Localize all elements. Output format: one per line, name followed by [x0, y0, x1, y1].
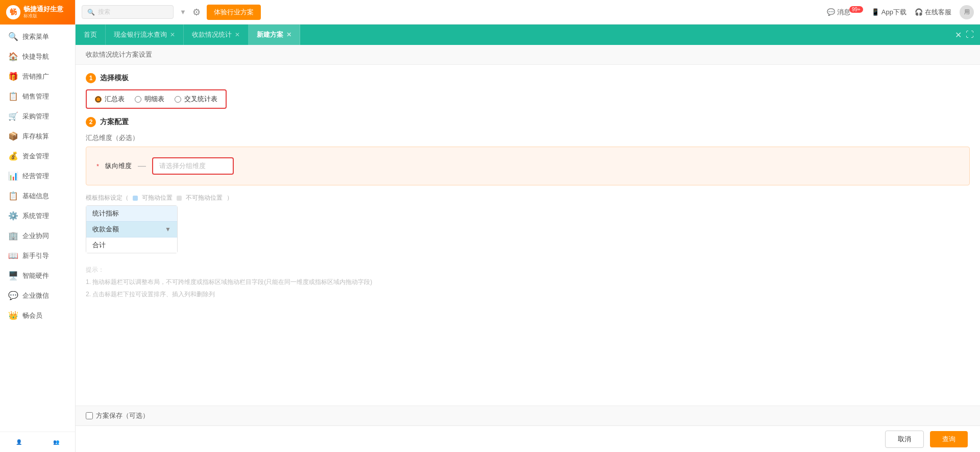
radio-detail-label[interactable]: 明细表 [144, 94, 164, 104]
app-download-item[interactable]: 📱 App下载 [871, 8, 906, 17]
footer-bar: 取消 查询 [76, 425, 980, 452]
page-title: 收款情况统计方案设置 [86, 51, 152, 58]
section-body: 1 选择模板 汇总表 明细表 [76, 65, 980, 406]
sidebar-item-guide[interactable]: 📖 新手引导 [0, 246, 75, 266]
dimension-row: * 纵向维度 — 请选择分组维度 [96, 157, 959, 175]
tab-bank[interactable]: 现金银行流水查询 ✕ [106, 25, 184, 45]
radio-summary-input[interactable] [95, 96, 102, 103]
sidebar-item-base[interactable]: 📋 基础信息 [0, 186, 75, 206]
sidebar-item-marketing[interactable]: 🎁 营销推广 [0, 66, 75, 86]
sidebar-item-label: 搜索菜单 [22, 32, 49, 41]
query-button[interactable]: 查询 [930, 431, 968, 447]
tab-new-plan-close[interactable]: ✕ [286, 31, 291, 38]
sidebar-item-label: 经营管理 [22, 172, 49, 181]
content: 收款情况统计方案设置 1 选择模板 汇总表 [76, 45, 980, 452]
main-area: 🔍 搜索 ▼ ⚙ 体验行业方案 💬 消息 99+ 📱 App下载 🎧 在线客服 … [76, 0, 980, 452]
step2-header: 2 方案配置 [86, 117, 970, 127]
sidebar-item-label: 智能硬件 [22, 271, 49, 280]
sidebar-item-inventory[interactable]: 📦 库存核算 [0, 126, 75, 146]
sidebar-item-label: 采购管理 [22, 112, 49, 121]
nodrag-dot [177, 196, 182, 201]
tab-bar-right: ✕ ⛶ [949, 25, 980, 45]
column-header[interactable]: 收款金额 ▼ [86, 222, 177, 237]
industry-button[interactable]: 体验行业方案 [207, 5, 261, 20]
sidebar-item-label: 企业协同 [22, 231, 49, 241]
sidebar-item-corp[interactable]: 🏢 企业协同 [0, 226, 75, 246]
money-icon: 💰 [8, 151, 18, 161]
search-icon-header: 🔍 [87, 9, 95, 16]
avatar1-icon: 👤 [16, 439, 22, 445]
tips-title: 提示： [86, 266, 104, 273]
page-title-bar: 收款情况统计方案设置 [76, 45, 980, 65]
dimension-input[interactable]: 请选择分组维度 [152, 157, 234, 175]
tab-collect-label: 收款情况统计 [192, 30, 232, 39]
radio-cross[interactable]: 交叉统计表 [175, 94, 217, 104]
expand-icon[interactable]: ⛶ [966, 30, 974, 39]
tab-new-plan[interactable]: 新建方案 ✕ [249, 25, 300, 45]
cancel-button[interactable]: 取消 [885, 431, 924, 448]
gift-icon: 🎁 [8, 72, 18, 81]
logo-name: 畅捷通好生意 [23, 5, 63, 13]
radio-summary-label[interactable]: 汇总表 [105, 94, 125, 104]
close-window-icon[interactable]: ✕ [955, 30, 962, 40]
tab-bar: 首页 现金银行流水查询 ✕ 收款情况统计 ✕ 新建方案 ✕ ✕ ⛶ [76, 25, 980, 45]
metrics-row-value: 合计 [92, 241, 106, 249]
save-label[interactable]: 方案保存（可选） [96, 411, 149, 420]
tips-section: 提示： 1. 拖动标题栏可以调整布局，不可跨维度或指标区域拖动栏目字段(只能在同… [86, 264, 970, 300]
settings-icon[interactable]: ⚙ [192, 7, 201, 18]
box-icon: 📦 [8, 131, 18, 141]
dimension-required-mark: * [96, 162, 99, 170]
radio-detail[interactable]: 明细表 [135, 94, 164, 104]
search-bar[interactable]: 🔍 搜索 [82, 5, 174, 19]
sidebar-item-system[interactable]: ⚙️ 系统管理 [0, 206, 75, 226]
hint-nodrag-label: 不可拖动位置 [186, 194, 223, 202]
tab-new-plan-label: 新建方案 [257, 30, 283, 39]
radio-summary[interactable]: 汇总表 [95, 94, 125, 104]
metrics-label-end: ） [227, 194, 233, 202]
save-checkbox[interactable] [86, 412, 93, 419]
avatar-text: 用 [964, 8, 970, 16]
tab-bank-close[interactable]: ✕ [170, 31, 175, 38]
radio-cross-label[interactable]: 交叉统计表 [184, 94, 217, 104]
sidebar-item-hardware[interactable]: 🖥️ 智能硬件 [0, 266, 75, 286]
config-section: 汇总维度（必选） * 纵向维度 — 请选择分组维度 [86, 133, 970, 300]
tab-collect[interactable]: 收款情况统计 ✕ [184, 25, 249, 45]
radio-detail-input[interactable] [135, 96, 141, 103]
sidebar-logo: 畅 畅捷通好生意 标准版 [0, 0, 75, 25]
chart-icon: 📊 [8, 171, 18, 181]
sidebar-item-label: 库存核算 [22, 132, 49, 141]
tab-collect-close[interactable]: ✕ [235, 31, 240, 38]
sidebar-item-label: 企业微信 [22, 291, 49, 300]
gear-icon: ⚙️ [8, 211, 18, 221]
message-item[interactable]: 💬 消息 99+ [827, 8, 863, 17]
cart-icon: 🛒 [8, 111, 18, 121]
chevron-icon: ▼ [165, 226, 171, 233]
metrics-header: 统计指标 [86, 206, 177, 222]
sidebar-item-weixin[interactable]: 💬 企业微信 [0, 286, 75, 305]
content-inner: 收款情况统计方案设置 1 选择模板 汇总表 [76, 45, 980, 425]
tab-home[interactable]: 首页 [76, 25, 106, 45]
sidebar-item-quicknav[interactable]: 🏠 快捷导航 [0, 46, 75, 66]
sidebar-item-label: 系统管理 [22, 211, 49, 221]
sidebar-bottom: 👤 👥 [0, 432, 75, 452]
radio-cross-input[interactable] [175, 96, 181, 103]
sidebar-item-member[interactable]: 👑 畅会员 [0, 305, 75, 325]
sidebar-bottom-avatar2[interactable]: 👥 [50, 436, 62, 448]
avatar[interactable]: 用 [960, 5, 974, 19]
template-select-box: 汇总表 明细表 交叉统计表 [86, 89, 227, 109]
sidebar-nav: 🔍 搜索菜单 🏠 快捷导航 🎁 营销推广 📋 销售管理 🛒 采购管理 📦 库存核… [0, 25, 75, 432]
sidebar-item-search[interactable]: 🔍 搜索菜单 [0, 27, 75, 46]
sidebar-item-finance[interactable]: 💰 资金管理 [0, 146, 75, 166]
tab-home-label: 首页 [84, 30, 97, 39]
sidebar-item-business[interactable]: 📊 经营管理 [0, 166, 75, 186]
metrics-value-row: 合计 [86, 237, 177, 253]
sidebar-bottom-avatar1[interactable]: 👤 [13, 436, 25, 448]
sidebar-item-label: 资金管理 [22, 152, 49, 161]
app-label: App下载 [881, 8, 906, 17]
message-badge: 99+ [849, 6, 863, 13]
sidebar-item-purchase[interactable]: 🛒 采购管理 [0, 106, 75, 126]
metrics-table: 统计指标 收款金额 ▼ 合计 [86, 205, 178, 253]
chevron-down-icon[interactable]: ▼ [180, 8, 186, 16]
sidebar-item-sales[interactable]: 📋 销售管理 [0, 86, 75, 106]
service-item[interactable]: 🎧 在线客服 [915, 8, 951, 17]
